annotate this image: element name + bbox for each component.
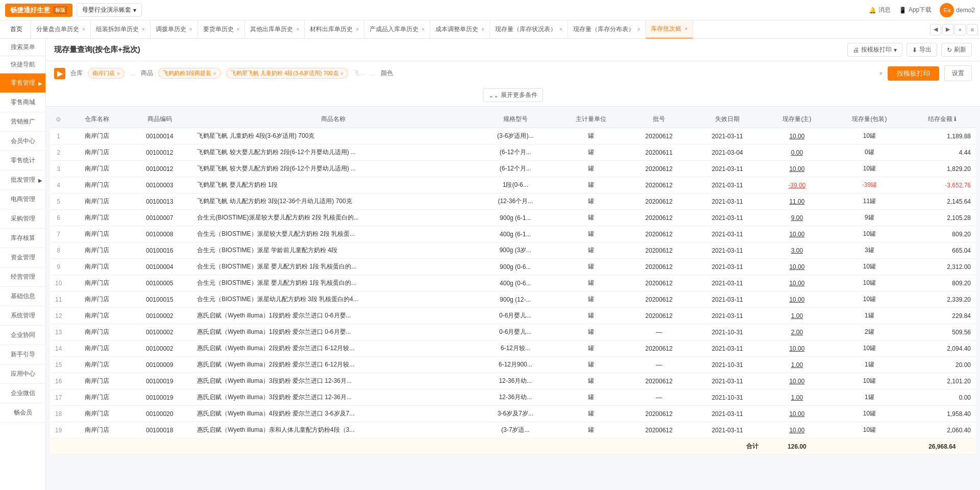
row-qty-main[interactable]: 9.00	[764, 210, 831, 226]
sidebar-item-retail-mall[interactable]: 零售商城	[0, 93, 45, 112]
print-btn[interactable]: 🖨 按模板打印 ▾	[847, 43, 902, 57]
row-qty-main[interactable]: 0.00	[764, 144, 831, 161]
tab-close-xiancun2[interactable]: ×	[638, 27, 641, 32]
row-qty-main[interactable]: 10.00	[764, 128, 831, 144]
row-unit: 罐	[556, 422, 627, 438]
sidebar-item-enterprise-wechat[interactable]: 企业微信	[0, 384, 45, 403]
tab-fenliang[interactable]: 分量盘点单历史 ×	[31, 20, 91, 39]
tab-close-xiancun1[interactable]: ×	[559, 27, 562, 32]
sidebar-search[interactable]: 搜索菜单	[0, 39, 45, 56]
row-qty-main[interactable]: 10.00	[764, 275, 831, 291]
row-qty-main[interactable]: -39.00	[764, 177, 831, 193]
tab-nav-btns: ◀ ▶ × ≡	[930, 24, 978, 35]
row-qty-main[interactable]: 1.00	[764, 308, 831, 324]
row-qty-main[interactable]: 10.00	[764, 161, 831, 177]
sidebar-item-marketing[interactable]: 营销推广	[0, 112, 45, 132]
tab-close-kucun[interactable]: ×	[684, 26, 688, 32]
row-qty-main[interactable]: 1.00	[764, 389, 831, 406]
message-btn[interactable]: 🔔 消息	[869, 6, 891, 14]
tab-yaohuo[interactable]: 要货单历史 ×	[198, 20, 246, 39]
tab-home[interactable]: 首页	[2, 20, 31, 39]
sidebar-item-purchase[interactable]: 采购管理	[0, 209, 45, 229]
row-code: 00100002	[127, 340, 192, 357]
tab-close-zuzhuang[interactable]: ×	[142, 27, 145, 32]
tab-close-chengben[interactable]: ×	[481, 27, 484, 32]
sidebar-item-guide[interactable]: 新手引导	[0, 345, 45, 364]
row-qty-main[interactable]: 11.00	[764, 193, 831, 210]
expand-more-btn[interactable]: ⌄⌄ 展开更多条件	[483, 88, 543, 102]
tab-close-cailiao[interactable]: ×	[356, 27, 359, 32]
tab-close-fenliang[interactable]: ×	[82, 27, 85, 32]
product-filter-label: 商品	[141, 69, 153, 78]
tab-zuzhuang[interactable]: 组装拆卸单历史 ×	[91, 20, 151, 39]
sidebar-item-member[interactable]: 会员中心	[0, 132, 45, 151]
tab-xiancun2[interactable]: 现存量（库存分布表） ×	[568, 20, 646, 39]
product-tag-1[interactable]: 飞鹤奶粉3段两提装 ×	[158, 68, 221, 79]
row-qty-main[interactable]: 1.00	[764, 357, 831, 373]
user-area[interactable]: Ea demo2	[940, 3, 975, 17]
setting-btn[interactable]: 设置	[944, 65, 972, 81]
product-tag-2-remove[interactable]: ×	[340, 70, 344, 77]
row-qty-main[interactable]: 10.00	[764, 291, 831, 308]
row-qty-main[interactable]: 10.00	[764, 422, 831, 438]
tab-xiancun1[interactable]: 现存量（库存状况表） ×	[490, 20, 568, 39]
tab-qita[interactable]: 其他出库单历史 ×	[245, 20, 305, 39]
row-num: 12	[50, 308, 67, 324]
account-selector[interactable]: 母婴行业演示账套 ▾	[77, 3, 142, 17]
tab-next-btn[interactable]: ▶	[942, 24, 953, 35]
row-code: 00100002	[127, 308, 192, 324]
sidebar-item-changhui[interactable]: 畅会员	[0, 403, 45, 423]
sidebar-item-retail-mgmt[interactable]: 零售管理 ▶	[0, 74, 45, 93]
chevron-right-icon: ▶	[38, 80, 42, 86]
product-tag-1-remove[interactable]: ×	[213, 70, 216, 77]
sidebar-item-app-center[interactable]: 应用中心	[0, 364, 45, 384]
query-btn[interactable]: 按模板打印	[888, 66, 939, 81]
refresh-btn[interactable]: ↻ 刷新	[941, 43, 972, 57]
warehouse-tag[interactable]: 南岸门店 ×	[88, 68, 125, 79]
color-chevron-icon[interactable]: ▾	[879, 70, 883, 77]
expand-btn[interactable]: ▶	[54, 68, 65, 79]
th-settings[interactable]: ⚙	[50, 111, 67, 128]
row-expire: 2021-10-31	[692, 357, 764, 373]
sidebar-item-operations[interactable]: 经营管理	[0, 267, 45, 287]
row-qty-main[interactable]: 10.00	[764, 226, 831, 242]
tab-chancheng[interactable]: 产成品入库单历史 ×	[364, 20, 430, 39]
tab-close-qita[interactable]: ×	[296, 27, 299, 32]
row-qty-pkg: 10罐	[830, 128, 908, 144]
sidebar-item-basic-info[interactable]: 基础信息	[0, 287, 45, 306]
tab-chengben[interactable]: 成本调整单历史 ×	[430, 20, 490, 39]
row-qty-main[interactable]: 10.00	[764, 373, 831, 389]
tab-close-chancheng[interactable]: ×	[422, 27, 425, 32]
row-unit: 罐	[556, 275, 627, 291]
export-btn[interactable]: ⬇ 导出	[906, 43, 937, 57]
sidebar-item-system[interactable]: 系统管理	[0, 306, 45, 326]
tab-close-all-btn[interactable]: ×	[954, 24, 966, 35]
row-qty-main[interactable]: 2.00	[764, 324, 831, 340]
tab-prev-btn[interactable]: ◀	[930, 24, 941, 35]
tab-menu-btn[interactable]: ≡	[967, 24, 978, 35]
settings-icon[interactable]: ⚙	[56, 116, 61, 123]
row-expire: 2021-03-11	[692, 340, 764, 357]
row-name: 惠氏启赋（Wyeth illuma）亲和人体儿童配方奶粉4段（3...	[192, 422, 475, 438]
sidebar-item-wholesale[interactable]: 批发管理 ▶	[0, 170, 45, 190]
tab-kucun[interactable]: 库存批次账 ×	[646, 20, 693, 39]
product-tag-2[interactable]: 飞鹤星飞帆 儿童奶粉 4段(3-6岁适用) 700克 ×	[226, 68, 348, 79]
sidebar-item-ecommerce[interactable]: 电商管理	[0, 190, 45, 209]
tab-close-diaopo[interactable]: ×	[189, 27, 192, 32]
row-qty-main[interactable]: 10.00	[764, 406, 831, 422]
warehouse-tag-remove[interactable]: ×	[117, 70, 120, 77]
row-qty-main[interactable]: 10.00	[764, 340, 831, 357]
sidebar-quick-nav[interactable]: 快捷导航	[0, 56, 45, 74]
sidebar-item-enterprise[interactable]: 企业协同	[0, 326, 45, 345]
row-qty-main[interactable]: 3.00	[764, 242, 831, 259]
sidebar-item-inventory[interactable]: 库存核算	[0, 229, 45, 248]
row-spec: 0-6月婴儿...	[475, 308, 556, 324]
row-qty-pkg: 10罐	[830, 259, 908, 275]
row-qty-main[interactable]: 10.00	[764, 259, 831, 275]
app-download-btn[interactable]: 📱 App下载	[899, 6, 932, 14]
sidebar-item-finance[interactable]: 资金管理	[0, 248, 45, 267]
tab-cailiao[interactable]: 材料出库单历史 ×	[305, 20, 364, 39]
sidebar-item-retail-stats[interactable]: 零售统计	[0, 151, 45, 170]
tab-diaopo[interactable]: 调拨单历史 ×	[151, 20, 198, 39]
tab-close-yaohuo[interactable]: ×	[237, 27, 240, 32]
